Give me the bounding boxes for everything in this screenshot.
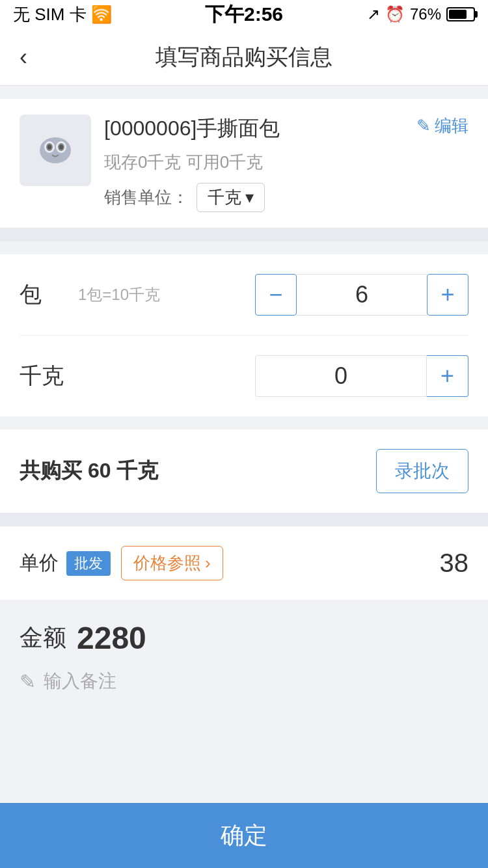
bottom-bar: 确定 [0,803,488,868]
amount-label: 金额 [20,622,66,654]
price-value: 38 [440,549,469,578]
battery-icon [446,7,475,21]
price-ref-icon: › [205,553,211,573]
divider-1 [0,228,488,241]
page-title: 填写商品购买信息 [156,42,332,72]
edit-button[interactable]: ✎ 编辑 [416,115,468,137]
note-icon: ✎ [20,670,36,693]
signal-icon: ↗ [367,5,380,23]
summary-section: 共购买 60 千克 录批次 [0,429,488,513]
alarm-icon: ⏰ [385,5,405,23]
qty-minus-button[interactable]: − [255,274,297,316]
battery-percent: 76% [410,5,441,23]
qty-label-kg: 千克 [20,361,72,391]
price-reference-button[interactable]: 价格参照 › [121,546,223,580]
edit-label: 编辑 [435,115,468,137]
sim-text: 无 SIM 卡 🛜 [13,3,112,26]
price-label: 单价 [20,550,59,576]
amount-row: 金额 2280 [20,620,468,656]
quantity-row-kg: 千克 + [20,336,468,416]
status-left: 无 SIM 卡 🛜 [13,3,112,26]
note-row[interactable]: ✎ 输入备注 [20,669,468,694]
qty-controls-bao: − + [255,274,468,316]
qty-plus-button-kg[interactable]: + [427,355,468,397]
summary-amount: 60 [88,459,111,482]
svg-point-5 [47,145,51,150]
product-name: [0000006]手撕面包 [104,115,280,143]
amount-section: 金额 2280 ✎ 输入备注 [0,601,488,803]
note-placeholder: 输入备注 [44,669,116,694]
quantity-row-bao: 包 1包=10千克 − + [20,254,468,336]
qty-label-bao: 包 [20,280,72,310]
product-unit-row: 销售单位： 千克 ▾ [104,183,468,212]
svg-point-6 [59,145,63,150]
back-button[interactable]: ‹ [20,44,27,71]
summary-unit: 千克 [116,459,158,482]
nav-bar: ‹ 填写商品购买信息 [0,29,488,86]
product-info: [0000006]手撕面包 ✎ 编辑 现存0千克 可用0千克 销售单位： 千克 … [104,115,468,212]
qty-plus-button-bao[interactable]: + [427,274,468,316]
status-time: 下午2:56 [205,1,283,28]
product-thumbnail [20,115,91,186]
qty-input-kg[interactable] [255,355,427,397]
edit-icon: ✎ [416,116,431,136]
unit-value: 千克 [208,186,241,209]
summary-prefix: 共购买 [20,459,82,482]
status-right: ↗ ⏰ 76% [367,5,475,23]
price-section: 单价 批发 价格参照 › 38 [0,526,488,601]
divider-2 [0,513,488,526]
batch-button[interactable]: 录批次 [376,449,468,493]
qty-sublabel-bao: 1包=10千克 [78,284,255,305]
unit-label: 销售单位： [104,186,189,209]
qty-controls-kg: + [255,355,468,397]
summary-text: 共购买 60 千克 [20,457,158,485]
confirm-button[interactable]: 确定 [0,803,488,868]
quantity-section: 包 1包=10千克 − + 千克 + [0,254,488,416]
price-type-tag: 批发 [66,551,111,576]
price-ref-label: 价格参照 [133,552,201,575]
product-card: [0000006]手撕面包 ✎ 编辑 现存0千克 可用0千克 销售单位： 千克 … [0,99,488,228]
svg-point-0 [40,137,71,163]
unit-select[interactable]: 千克 ▾ [197,183,265,212]
qty-input-bao[interactable] [297,274,427,316]
amount-value: 2280 [77,620,146,656]
chevron-down-icon: ▾ [245,187,254,208]
status-bar: 无 SIM 卡 🛜 下午2:56 ↗ ⏰ 76% [0,0,488,29]
battery-fill [449,10,467,19]
product-stock: 现存0千克 可用0千克 [104,151,468,174]
